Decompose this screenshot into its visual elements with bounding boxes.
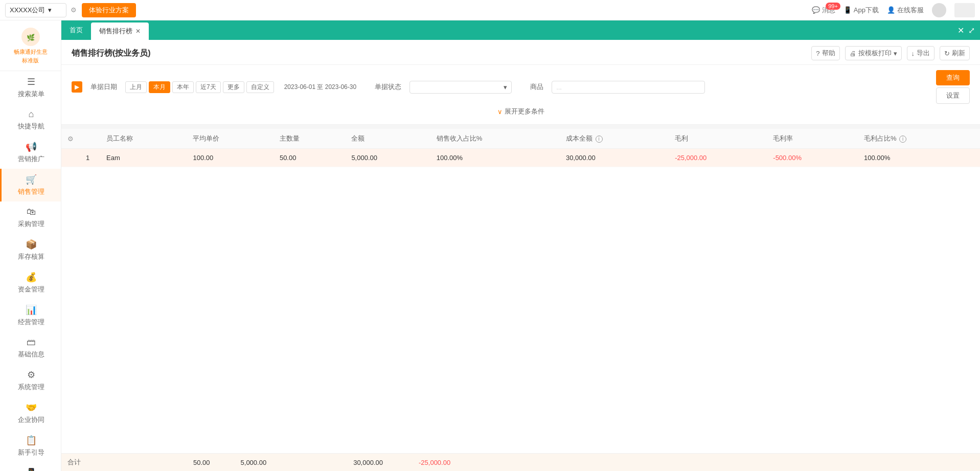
col-cost: 成本全额 i (560, 129, 669, 149)
content-area: 首页 销售排行榜 ✕ ✕ ⤢ 销售排行榜(按业务员) ? 帮助 (61, 20, 980, 471)
column-settings-icon[interactable]: ⚙ (67, 135, 74, 143)
tab-home[interactable]: 首页 (61, 20, 91, 40)
date-range: 2023-06-01 至 2023-06-30 (284, 83, 356, 92)
header-right: 💬 消息 99+ 📱 App下载 👤 在线客服 (812, 3, 975, 17)
search-menu-icon: ☰ (27, 76, 35, 87)
cost-info-icon[interactable]: i (596, 136, 603, 143)
tab-sales-rank-label: 销售排行榜 (99, 27, 132, 36)
app-icon: 📱 (844, 6, 852, 14)
app-download-button[interactable]: 📱 App下载 (844, 6, 879, 15)
sidebar-item-quick-nav[interactable]: ⌂ 快捷导航 (0, 104, 61, 136)
messages-button[interactable]: 💬 消息 99+ (812, 6, 835, 15)
system-icon: ⚙ (27, 369, 35, 380)
tab-sales-rank[interactable]: 销售排行榜 ✕ (91, 23, 149, 40)
print-icon: 🖨 (850, 50, 856, 57)
filter-toggle-btn[interactable]: ▶ (72, 81, 82, 93)
trial-button[interactable]: 体验行业方案 (82, 3, 136, 17)
sales-icon: 🛒 (26, 174, 37, 185)
cell-cost: 30,000.00 (560, 149, 669, 167)
date-btn-more[interactable]: 更多 (223, 81, 244, 93)
service-icon: 👤 (887, 6, 895, 14)
date-btn-this-month[interactable]: 本月 (149, 81, 170, 93)
finance-icon: 💰 (26, 272, 37, 283)
cell-settings (61, 149, 80, 167)
help-button[interactable]: ? 帮助 (811, 46, 839, 60)
sidebar-label-enterprise: 企业协同 (18, 415, 44, 424)
operations-icon: 📊 (26, 304, 37, 316)
grosspct-info-icon[interactable]: i (899, 136, 906, 143)
sidebar-item-newbie[interactable]: 📋 新手引导 (0, 430, 61, 462)
col-qty: 主数量 (274, 129, 345, 149)
goods-label: 商品 (530, 82, 543, 92)
print-button[interactable]: 🖨 按模板打印 ▾ (845, 46, 902, 60)
sidebar-label-search: 搜索菜单 (18, 89, 44, 99)
sidebar-item-operations[interactable]: 📊 经营管理 (0, 299, 61, 332)
sidebar-item-sales[interactable]: 🛒 销售管理 (0, 169, 61, 201)
tab-bar: 首页 销售排行榜 ✕ ✕ ⤢ (61, 20, 980, 40)
apps-icon: 📱 (26, 467, 37, 471)
logo-svg: 🌿 (20, 27, 41, 47)
date-label: 单据日期 (90, 82, 117, 92)
marketing-icon: 📢 (26, 141, 37, 152)
company-selector[interactable]: XXXXX公司 ▾ (5, 3, 66, 17)
sidebar-item-purchase[interactable]: 🛍 采购管理 (0, 201, 61, 234)
avatar[interactable] (932, 3, 946, 17)
main-layout: 🌿 畅康通好生意 标准版 ☰ 搜索菜单 ⌂ 快捷导航 📢 营销推广 🛒 销售管理… (0, 20, 980, 471)
status-select[interactable]: ▾ (409, 81, 512, 94)
cell-sales-pct: 100.00% (430, 149, 560, 167)
col-rank (80, 129, 100, 149)
settings-icon[interactable]: ⚙ (71, 6, 77, 14)
sidebar-label-quicknav: 快捷导航 (18, 122, 44, 131)
sidebar-item-apps[interactable]: 📱 应用中心 (0, 462, 61, 471)
expand-more-label: 展开更多条件 (505, 107, 544, 116)
goods-select[interactable]: ... (552, 81, 705, 94)
tab-close-icon[interactable]: ✕ (135, 28, 141, 35)
sidebar-item-search-orders[interactable]: ☰ 搜索菜单 (0, 71, 61, 104)
footer-total-label: 合计 (67, 458, 81, 467)
footer-amount-cell: 5,000.00 (241, 459, 267, 466)
sidebar-item-marketing[interactable]: 📢 营销推广 (0, 136, 61, 169)
page-content: 销售排行榜(按业务员) ? 帮助 🖨 按模板打印 ▾ ↓ 导出 (61, 40, 980, 471)
filter-area: ▶ 单据日期 上月 本月 本年 近7天 更多 自定义 2023-06-01 至 … (61, 65, 980, 125)
col-gross-rate: 毛利率 (767, 129, 858, 149)
sidebar-label-finance: 资金管理 (18, 285, 44, 294)
cell-gross-rate: -500.00% (767, 149, 858, 167)
refresh-button[interactable]: ↻ 刷新 (940, 46, 970, 60)
date-btn-custom[interactable]: 自定义 (246, 81, 274, 93)
online-service-button[interactable]: 👤 在线客服 (887, 6, 924, 15)
cell-employee: Eam (100, 149, 187, 167)
sidebar-item-inventory[interactable]: 📦 库存核算 (0, 234, 61, 266)
col-gross-pct: 毛利占比% i (858, 129, 980, 149)
filter-buttons: 查询 设置 (936, 70, 970, 104)
sidebar-item-basics[interactable]: 🗃 基础信息 (0, 332, 61, 364)
tab-restore-icon[interactable]: ⤢ (968, 26, 975, 35)
sidebar-label-sales: 销售管理 (18, 187, 44, 196)
footer-qty: 50.00 (193, 459, 210, 466)
cell-qty: 50.00 (274, 149, 345, 167)
date-btn-7days[interactable]: 近7天 (196, 81, 221, 93)
date-btn-this-year[interactable]: 本年 (172, 81, 194, 93)
user-menu[interactable] (954, 3, 975, 17)
cell-gross-pct: 100.00% (858, 149, 980, 167)
inventory-icon: 📦 (26, 239, 37, 250)
sidebar-item-finance[interactable]: 💰 资金管理 (0, 266, 61, 299)
col-avg-price: 平均单价 (187, 129, 273, 149)
export-button[interactable]: ↓ 导出 (907, 46, 935, 60)
expand-more-row[interactable]: ∨ 展开更多条件 (72, 104, 970, 119)
sidebar-item-system[interactable]: ⚙ 系统管理 (0, 364, 61, 397)
basics-icon: 🗃 (27, 337, 36, 348)
sidebar-item-enterprise[interactable]: 🤝 企业协同 (0, 397, 61, 430)
col-amount: 全额 (345, 129, 430, 149)
sidebar: 🌿 畅康通好生意 标准版 ☰ 搜索菜单 ⌂ 快捷导航 📢 营销推广 🛒 销售管理… (0, 20, 61, 471)
cell-avg-price: 100.00 (187, 149, 273, 167)
table-container: ⚙ 员工名称 平均单价 主数量 全额 销售收入占比% 成本全额 i (61, 129, 980, 453)
tab-close-all-icon[interactable]: ✕ (958, 26, 964, 35)
chevron-down-icon: ∨ (497, 108, 503, 116)
date-btn-last-month[interactable]: 上月 (125, 81, 147, 93)
cell-amount: 5,000.00 (345, 149, 430, 167)
query-button[interactable]: 查询 (936, 70, 970, 85)
help-icon: ? (816, 50, 819, 57)
sidebar-label-operations: 经营管理 (18, 318, 44, 327)
message-icon: 💬 (812, 6, 820, 14)
column-settings-button[interactable]: 设置 (936, 87, 970, 104)
